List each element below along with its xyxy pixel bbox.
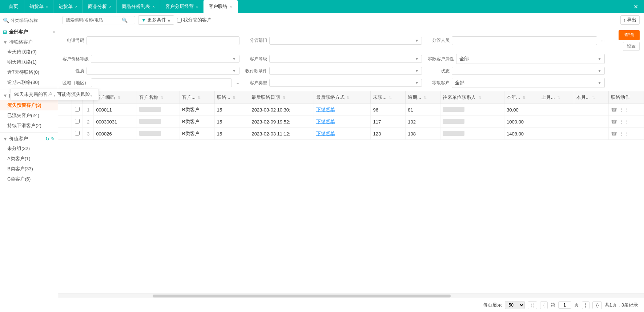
all-customers-header[interactable]: ⊞ 全部客户 « (0, 27, 58, 37)
cell-settings-0 (58, 104, 72, 116)
search-input[interactable] (66, 17, 120, 23)
th-this-year[interactable]: 本年... ⇅ (504, 91, 539, 104)
filter-row-3: 性质 ▼ 收付款条件 ▼ 状态 (63, 67, 640, 75)
th-last-month[interactable]: 上月... ⇅ (539, 91, 574, 104)
close-tab-customer-tier[interactable]: × (196, 4, 198, 9)
edit-icon[interactable]: ✎ (51, 136, 55, 142)
sidebar-search-input[interactable] (11, 18, 55, 23)
query-button[interactable]: 查询 (619, 30, 640, 40)
th-type[interactable]: 客户... ⇅ (180, 91, 214, 104)
cell-checkbox-0[interactable] (72, 104, 83, 116)
action-phone-icon-0[interactable]: ☎ (611, 107, 617, 113)
action-more-icon-1[interactable]: ⋮⋮ (619, 119, 629, 125)
export-button[interactable]: ↑ 导出 (620, 15, 640, 25)
price-grade-select[interactable]: ▼ (91, 55, 240, 63)
tab-customer-contact[interactable]: 客户联络 × (204, 0, 237, 13)
tab-goods-analysis[interactable]: 商品分析 × (83, 0, 117, 13)
last-way-link-0[interactable]: 下销货单 (316, 107, 335, 112)
horizontal-scrollbar[interactable] (58, 293, 644, 298)
sidebar-item-churn-warning[interactable]: 流失预警客户(3) (0, 100, 58, 110)
close-tab-goods-analysis[interactable]: × (109, 4, 111, 9)
settings-button[interactable]: 设置 (623, 42, 640, 51)
th-this-month[interactable]: 本月... ⇅ (574, 91, 609, 104)
sidebar-item-class-b[interactable]: B类客户(33) (0, 164, 58, 174)
tab-goods-list[interactable]: 商品分析列表 × (117, 0, 160, 13)
last-way-link-2[interactable]: 下销货单 (316, 131, 335, 136)
first-page-button[interactable]: ⟨⟨ (528, 301, 537, 309)
sidebar-item-tomorrow[interactable]: 明天待联络(1) (0, 57, 58, 67)
cell-last-way-1[interactable]: 下销货单 (314, 116, 371, 128)
refresh-icon[interactable]: ↻ (45, 136, 49, 142)
cell-last-way-2[interactable]: 下销货单 (314, 128, 371, 140)
phone-input[interactable] (86, 36, 240, 45)
last-page-button[interactable]: ⟩⟩ (592, 301, 602, 309)
value-group[interactable]: ▼ 价值客户 ↻ ✎ (0, 134, 58, 143)
cell-code-0: 000011 (94, 104, 137, 116)
last-way-link-1[interactable]: 下销货单 (316, 119, 335, 124)
per-page-select[interactable]: 50 20 100 (505, 301, 525, 309)
dept-select[interactable]: ▼ (269, 37, 422, 45)
row-checkbox-1[interactable] (75, 119, 80, 123)
my-customers-checkbox-row[interactable]: 我分管的客户 (177, 17, 212, 23)
nature-select[interactable]: ▼ (86, 67, 240, 75)
cell-checkbox-2[interactable] (72, 128, 83, 140)
th-last-date[interactable]: 最后联络日期 ⇅ (249, 91, 314, 104)
page-input[interactable] (558, 301, 571, 309)
tab-customer-tier[interactable]: 客户分层经营 × (160, 0, 204, 13)
sidebar-item-ungrouped[interactable]: 未分组(32) (0, 143, 58, 154)
sidebar-item-week[interactable]: 近7天待联络(0) (0, 67, 58, 77)
status-select[interactable]: ▼ (452, 67, 605, 75)
tab-home[interactable]: 首页 (3, 0, 24, 13)
region-input[interactable] (91, 78, 232, 87)
search-button-icon[interactable]: 🔍 (122, 17, 128, 23)
sidebar-item-today[interactable]: 今天待联络(0) (0, 47, 58, 57)
th-uncontacted[interactable]: 未联... ⇅ (371, 91, 406, 104)
sidebar-item-declining[interactable]: 持续下滑客户(2) (0, 121, 58, 131)
sidebar-item-churned[interactable]: 已流失客户(24) (0, 110, 58, 121)
action-phone-icon-1[interactable]: ☎ (611, 119, 617, 125)
th-name[interactable]: 客户名称 ⇅ (137, 91, 180, 104)
retail-attr-select[interactable]: 全部 ▼ (456, 54, 605, 64)
next-page-button[interactable]: ⟩ (582, 301, 589, 309)
cell-contact-0: 15 (214, 104, 249, 116)
prev-page-button[interactable]: ⟨ (540, 301, 548, 309)
close-tab-sales[interactable]: × (46, 4, 48, 9)
action-more-icon-2[interactable]: ⋮⋮ (619, 131, 629, 137)
cell-last-way-0[interactable]: 下销货单 (314, 104, 371, 116)
pending-contact-group[interactable]: ▼ 待联络客户 (0, 37, 58, 47)
payment-select[interactable]: ▼ (269, 67, 422, 75)
sidebar-item-overdue[interactable]: 逾期未联络(30) (0, 77, 58, 88)
window-close-button[interactable]: ✕ (631, 3, 641, 10)
action-more-icon-0[interactable]: ⋮⋮ (619, 107, 629, 113)
row-checkbox-0[interactable] (75, 107, 80, 112)
more-filter-button[interactable]: ▼ 更多条件 ▲ (138, 15, 174, 25)
sort-code-icon: ⇅ (117, 96, 120, 100)
my-customers-checkbox[interactable] (177, 18, 182, 23)
sidebar-item-class-a[interactable]: A类客户(1) (0, 154, 58, 164)
customer-type-select[interactable]: ▼ (269, 79, 422, 87)
cell-this-month-2 (574, 128, 609, 140)
action-phone-icon-2[interactable]: ☎ (611, 131, 617, 137)
tab-sales[interactable]: 销货单 × (24, 0, 53, 13)
scrollbar-thumb[interactable] (153, 295, 451, 297)
retail-customer-select[interactable]: 全部 ▼ (452, 78, 605, 88)
close-tab-customer-contact[interactable]: × (230, 4, 232, 9)
th-contact[interactable]: 联络... ⇅ (214, 91, 249, 104)
row-checkbox-2[interactable] (75, 131, 80, 135)
close-tab-goods-list[interactable]: × (152, 4, 154, 9)
manager-more-icon[interactable]: ··· (601, 38, 605, 43)
customer-grade-select[interactable]: ▼ (269, 55, 422, 63)
th-last-way[interactable]: 最后联络方式 ⇅ (314, 91, 371, 104)
manager-input[interactable] (452, 36, 597, 45)
cell-rownum-1: 2 (83, 116, 94, 128)
th-unit-contact[interactable]: 往来单位联系人 ⇅ (440, 91, 504, 104)
th-overdue[interactable]: 逾期... ⇅ (406, 91, 440, 104)
tab-purchase[interactable]: 进货单 × (53, 0, 82, 13)
filter-row-4: 区域（地区） ··· 客户类型 ▼ 零散客户 全部 ▼ (63, 78, 640, 88)
th-code[interactable]: 客户编码 ⇅ (94, 91, 137, 104)
sidebar-item-class-c[interactable]: C类客户(6) (0, 174, 58, 184)
sort-uncontacted-icon: ⇅ (389, 96, 392, 100)
close-tab-purchase[interactable]: × (75, 4, 77, 9)
region-more-icon[interactable]: ··· (236, 80, 240, 86)
cell-checkbox-1[interactable] (72, 116, 83, 128)
